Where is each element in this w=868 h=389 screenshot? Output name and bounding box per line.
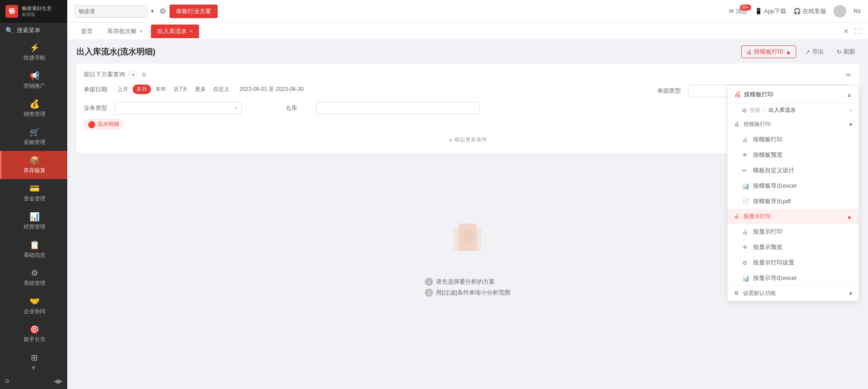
template-print-button[interactable]: 🖨 按模板打印 ▲ [741, 45, 796, 58]
tab-home[interactable]: 首页 [75, 25, 99, 38]
panel-item-template-preview[interactable]: 👁 按模板预览 [728, 147, 858, 163]
target-icon: 🎯 [30, 324, 40, 334]
date-range-display: 2023-06-01 至 2023-06-30 [239, 85, 632, 93]
sidebar-item-xinshou[interactable]: 🎯 新手引导 [0, 320, 67, 348]
sidebar-item-xiaoshou[interactable]: 💰 销售管理 [0, 95, 67, 123]
app-download-button[interactable]: 📱 App下载 [755, 7, 786, 15]
date-opt-last-month[interactable]: 上月 [115, 85, 131, 94]
panel-item-template-design[interactable]: ✏ 模板自定义设计 [728, 163, 858, 178]
sidebar-item-label: 经营管理 [24, 223, 45, 231]
business-type-label: 业务类型 [84, 104, 111, 112]
filter-group-business: 业务类型 ▾ [84, 102, 242, 115]
date-opt-more[interactable]: 更多 [192, 85, 209, 94]
message-button[interactable]: ✉ 消息 99+ [729, 7, 748, 15]
step1-text: 请先选择要分析的方案 [436, 278, 495, 286]
tab-home-label: 首页 [81, 27, 93, 35]
tab-kucun-pizhi[interactable]: 库存批次账 × [101, 25, 149, 38]
filter-tag-label: 流水明细 [97, 120, 119, 128]
svg-rect-3 [462, 241, 473, 242]
panel-item-display-excel[interactable]: 📊 按显示导出excel [728, 270, 858, 285]
sidebar-item-label: 销售管理 [24, 110, 45, 118]
excel-icon: 📊 [742, 183, 749, 190]
panel-item-label: 模板自定义设计 [753, 166, 794, 175]
sidebar-item-zijin[interactable]: 💳 资金管理 [0, 179, 67, 207]
panel-footer-settings[interactable]: ⚙ 设置默认功能 ▾ [728, 285, 858, 301]
display-print-section-header[interactable]: 🖨 按显示打印 ▲ [728, 209, 858, 224]
sidebar-item-xitong[interactable]: ⚙ 系统管理 [0, 264, 67, 292]
sidebar-item-jingying[interactable]: 📊 经营管理 [0, 207, 67, 235]
topbar-dropdown-button[interactable]: ▾ [151, 8, 154, 15]
print-panel: 🖨 按模板打印 ▲ ⊙ 当前： 出入库流水 ▾ 🖨 [727, 85, 859, 301]
topbar-search-input[interactable] [75, 5, 147, 18]
display-print-section-icon: 🖨 [734, 213, 739, 219]
refresh-button[interactable]: ↻ 刷新 [833, 46, 859, 58]
panel-current-label: 当前： [749, 106, 766, 114]
panel-item-template-pdf[interactable]: 📄 按模板导出pdf [728, 194, 858, 209]
panel-collapse-icon[interactable]: ▲ [846, 91, 852, 98]
megaphone-icon: 📢 [30, 71, 40, 81]
topbar: ▾ ⚙ 体验行业方案 ✉ 消息 99+ 📱 App下载 🎧 在线客服 [67, 0, 868, 23]
sidebar-item-kucun[interactable]: 📦 库存核算 [0, 151, 67, 179]
sidebar-search[interactable]: 🔍 搜索菜单 [0, 23, 67, 38]
cart-icon: 🛒 [30, 127, 40, 137]
tab-bar-expand-icon[interactable]: ⛶ [854, 28, 861, 35]
edit-icon: ✏ [742, 167, 749, 174]
panel-item-template-print[interactable]: 🖨 按模板打印 [728, 132, 858, 147]
template-print-section-header[interactable]: 🖨 按模板打印 ▾ [728, 117, 858, 132]
sidebar-item-yingyong[interactable]: ⊞ 应用中心 [0, 348, 67, 363]
industry-solution-button[interactable]: 体验行业方案 [170, 5, 218, 18]
filter-settings-icon[interactable]: ⚙ [141, 71, 147, 78]
printer-icon: 🖨 [742, 229, 749, 235]
sidebar-collapse-icon[interactable]: ◀▶ [54, 378, 63, 384]
topbar-settings-icon[interactable]: ⚙ [160, 7, 166, 15]
sidebar-settings-icon[interactable]: ⚙ [5, 378, 10, 384]
filter-tag-liushui[interactable]: 🔴 流水明细 [84, 119, 123, 130]
date-opt-custom[interactable]: 自定义 [210, 85, 232, 94]
panel-item-display-print[interactable]: 🖨 按显示打印 [728, 224, 858, 239]
panel-item-display-print-settings[interactable]: ⚙ 按显示打印设置 [728, 255, 858, 270]
tab-churu-liushui-close[interactable]: × [190, 28, 193, 35]
ellipsis-icon: ··· [471, 105, 476, 111]
user-avatar[interactable] [833, 5, 846, 18]
type-label: 单据类型 [657, 87, 684, 95]
handshake-icon: 🤝 [30, 296, 40, 306]
default-settings-icon: ⚙ [734, 290, 739, 296]
sidebar-item-qiye[interactable]: 🤝 企业协同 [0, 292, 67, 320]
filter-collapse-icon[interactable]: ≪ [845, 71, 852, 78]
panel-item-template-excel[interactable]: 📊 按模板导出excel [728, 178, 858, 194]
topbar-right: ✉ 消息 99+ 📱 App下载 🎧 在线客服 Rit [729, 5, 861, 18]
filter-group-warehouse: 仓库 ··· [285, 102, 480, 115]
warehouse-select[interactable]: ··· [316, 102, 480, 115]
panel-item-display-preview[interactable]: 👁 按显示预览 [728, 239, 858, 255]
topbar-left: ▾ ⚙ 体验行业方案 [75, 5, 218, 18]
date-opt-7days[interactable]: 近7天 [171, 85, 190, 94]
filter-add-button[interactable]: + [129, 70, 138, 79]
tab-bar-close-icon[interactable]: ✕ [843, 27, 849, 35]
card-icon: 💳 [30, 184, 40, 194]
tab-churu-liushui[interactable]: 出入库流水 × [151, 25, 199, 38]
sidebar-item-kuaijie[interactable]: ⚡ 快捷导航 [0, 38, 67, 66]
sidebar-bottom: ⚙ ◀▶ [0, 373, 67, 389]
printer-icon: 🖨 [742, 136, 749, 143]
sidebar-item-label: 系统管理 [24, 279, 45, 287]
sidebar-scroll-down[interactable]: ▼ [0, 363, 67, 373]
svg-point-2 [462, 229, 473, 240]
date-opt-this-month[interactable]: 本月 [133, 85, 151, 94]
export-label: 导出 [812, 48, 824, 56]
box-icon: 📦 [30, 155, 40, 165]
sidebar-item-caigou[interactable]: 🛒 采购管理 [0, 123, 67, 151]
date-opt-this-year[interactable]: 本年 [153, 85, 169, 94]
gear-icon: ⚙ [31, 268, 38, 278]
sidebar-item-label: 基础信息 [24, 251, 45, 259]
business-type-select[interactable]: ▾ [115, 102, 242, 115]
sidebar-item-label: 快捷导航 [24, 54, 45, 62]
tab-kucun-pizhi-close[interactable]: × [140, 28, 143, 35]
export-button[interactable]: ↗ 导出 [802, 46, 828, 58]
online-service-label: 在线客服 [803, 7, 826, 15]
panel-item-label: 按模板导出pdf [753, 197, 791, 205]
sidebar-item-yingxiao[interactable]: 📢 营销推广 [0, 66, 67, 95]
filter-group-date: 单据日期 上月 本月 本年 近7天 更多 自定义 [84, 85, 232, 94]
pdf-icon: 📄 [742, 198, 749, 205]
online-service-button[interactable]: 🎧 在线客服 [793, 7, 826, 15]
sidebar-item-jichu[interactable]: 📋 基础信息 [0, 235, 67, 264]
